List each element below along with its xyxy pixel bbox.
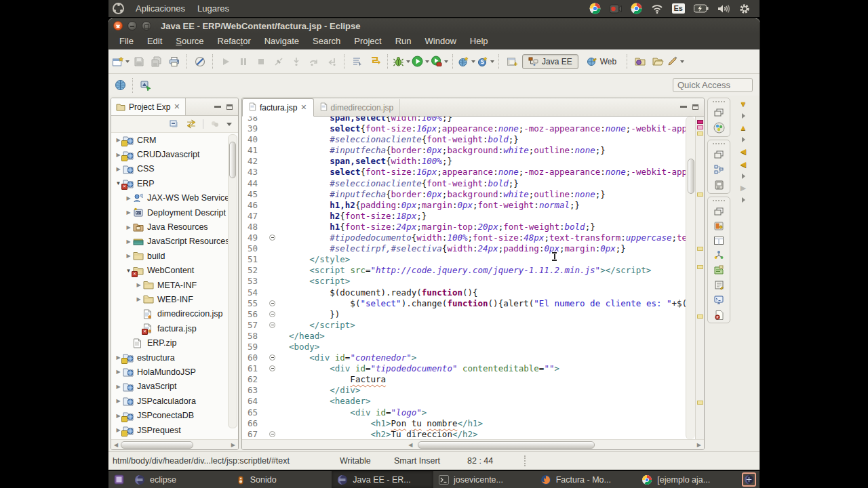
next-annotation-dropdown-icon[interactable] (742, 113, 745, 119)
chrome-icon[interactable] (589, 3, 601, 14)
print-button[interactable] (166, 54, 182, 70)
taskbar-item-factura-mo-[interactable]: Factura - Mo... (535, 471, 637, 488)
tree-item-web-inf[interactable]: ▶WEB-INF (111, 292, 238, 306)
forward-dropdown-icon[interactable] (742, 197, 745, 203)
annotate-dropdown-arrow[interactable] (680, 60, 684, 63)
menu-refactor[interactable]: Refactor (211, 33, 258, 49)
properties-view-icon[interactable] (714, 280, 724, 290)
tree-item-css[interactable]: ▶CSS (111, 162, 238, 176)
menu-navigate[interactable]: Navigate (258, 33, 306, 49)
editor-scroll-thumb[interactable] (688, 159, 694, 194)
last-edit-button[interactable] (367, 54, 383, 70)
previous-annotation-dropdown-icon[interactable] (742, 137, 745, 142)
code-line-45[interactable]: 45 #inputfecha{border:0px;background:whi… (242, 189, 686, 200)
collapse-fold-icon[interactable] (269, 235, 275, 241)
code-line-62[interactable]: 62 Factura (242, 374, 686, 385)
tree-expand-icon[interactable]: ▶ (134, 296, 143, 302)
annotation-marker[interactable] (697, 314, 703, 319)
code-line-64[interactable]: 64 <header> (242, 396, 686, 407)
tree-item-jax-ws-web-service[interactable]: ▶JAX-WS Web Service (111, 191, 238, 205)
skip-breakpoints-button[interactable] (192, 54, 208, 70)
run-dropdown-arrow[interactable] (425, 60, 429, 63)
mark-occurrences-button[interactable] (349, 54, 366, 70)
restore-view-icon[interactable] (714, 150, 724, 159)
code-line-47[interactable]: 47 h2{font-size:18px;} (242, 211, 686, 222)
tree-item-jsprequest[interactable]: ▶JSPrequest (111, 423, 238, 437)
editor-horizontal-scrollbar[interactable]: ◀ ▶ (242, 439, 704, 449)
code-line-59[interactable]: 59 <body> (242, 342, 686, 352)
menu-edit[interactable]: Edit (140, 33, 169, 49)
editor-minimize-icon[interactable] (680, 106, 687, 108)
titlebar[interactable]: Java EE - ERP/WebContent/factura.jsp - E… (108, 18, 760, 33)
new-button[interactable] (112, 54, 130, 70)
step-into-button[interactable] (288, 54, 304, 70)
code-line-46[interactable]: 46 h1,h2{padding:0px;margin:0px;font-wei… (242, 200, 686, 211)
terminate-button[interactable] (253, 54, 269, 70)
debug-dropdown-arrow[interactable] (406, 60, 410, 63)
code-line-58[interactable]: 58 </head> (242, 331, 686, 342)
snippets-view-icon[interactable] (713, 221, 724, 231)
tree-item-jspconectadb[interactable]: ▶JSPconectaDB (111, 408, 238, 422)
menu-project[interactable]: Project (347, 33, 388, 49)
code-line-66[interactable]: 66 <h1>Pon tu nombre</h1> (242, 418, 686, 429)
annotate-button[interactable] (667, 54, 684, 70)
menu-run[interactable]: Run (389, 33, 418, 49)
open-perspective-button[interactable] (504, 54, 520, 70)
tree-item-java-resources[interactable]: ▶Java Resources (111, 220, 238, 234)
menu-source[interactable]: Source (169, 33, 210, 49)
quick-access-input[interactable] (673, 78, 753, 92)
places-menu[interactable]: Lugares (191, 0, 235, 17)
disconnect-button[interactable] (271, 54, 287, 70)
run-on-server-button[interactable] (138, 77, 154, 94)
maximize-view-icon[interactable] (226, 104, 233, 110)
code-line-51[interactable]: 51 </style> (242, 254, 686, 265)
tree-expand-icon[interactable]: ▶ (114, 398, 123, 404)
files-applet-icon[interactable] (108, 474, 129, 485)
next-annotation-icon[interactable]: ▼ (740, 100, 747, 108)
screen-recorder-icon[interactable] (610, 4, 622, 14)
tree-item-meta-inf[interactable]: ▶META-INF (111, 278, 238, 292)
tree-item-erp-zip[interactable]: ERP.zip (111, 336, 238, 350)
collapse-fold-icon[interactable] (269, 354, 275, 361)
tree-item-dimedireccion-jsp[interactable]: dimedireccion.jsp (111, 307, 238, 321)
menu-window[interactable]: Window (418, 33, 463, 49)
code-line-54[interactable]: 54 $(document).ready(function(){ (242, 287, 686, 298)
code-line-67[interactable]: 67 <h2>Tu direccion</h2> (242, 429, 686, 439)
editor-tab-dimedireccion-jsp[interactable]: dimedireccion.jsp (314, 99, 401, 116)
external-tools-dropdown-arrow[interactable] (444, 60, 448, 63)
explorer-horizontal-scrollbar[interactable]: ◀ ▶ (111, 439, 238, 449)
chrome-browser-icon[interactable] (631, 3, 642, 14)
back-dropdown-icon[interactable] (742, 174, 745, 179)
taskbar-item-sonido[interactable]: Sonido (231, 471, 332, 488)
code-line-63[interactable]: 63 </div> (242, 385, 686, 396)
taskbar-item-java-ee-er-[interactable]: Java EE - ER... (332, 471, 433, 488)
collapse-fold-icon[interactable] (269, 431, 275, 437)
perspective-web-button[interactable]: Web (581, 54, 622, 68)
run-button[interactable] (412, 54, 429, 70)
collapse-fold-icon[interactable] (269, 365, 275, 371)
tree-item-factura-jsp[interactable]: ✕factura.jsp (111, 321, 238, 336)
menu-search[interactable]: Search (306, 33, 347, 49)
code-line-38[interactable]: 38 span,select{width:100%;} (242, 117, 686, 123)
web-browser-button[interactable] (112, 77, 128, 94)
ubuntu-logo-icon[interactable] (113, 3, 124, 14)
tree-item-deployment-descript[interactable]: ▶Deployment Descript (111, 205, 238, 220)
code-editor[interactable]: 38 span,select{width:100%;}39 select{fon… (242, 117, 686, 439)
explorer-scroll-thumb[interactable] (229, 142, 236, 178)
tree-expand-icon[interactable]: ▶ (124, 209, 133, 216)
tree-item-build[interactable]: ▶build (111, 249, 238, 263)
design-view-icon[interactable] (713, 236, 724, 245)
save-all-button[interactable] (149, 54, 165, 70)
scroll-right-icon[interactable]: ▶ (231, 442, 235, 448)
new-web-project-button[interactable] (458, 54, 475, 70)
code-line-53[interactable]: 53 <script> (242, 276, 686, 287)
editor-tab-factura-jsp[interactable]: factura.jsp✕ (242, 98, 314, 117)
tree-item-javascript-resources[interactable]: ▶JavaScript Resources (111, 235, 238, 249)
view-menu-icon[interactable] (226, 122, 233, 127)
scroll-left-icon[interactable]: ◀ (114, 442, 118, 448)
tree-expand-icon[interactable]: ▶ (134, 282, 143, 288)
palette-view-icon[interactable] (713, 122, 725, 134)
code-line-57[interactable]: 57 </script> (242, 320, 686, 331)
battery-icon[interactable] (694, 4, 709, 13)
perspective-java-ee-button[interactable]: Java EE (522, 54, 578, 69)
